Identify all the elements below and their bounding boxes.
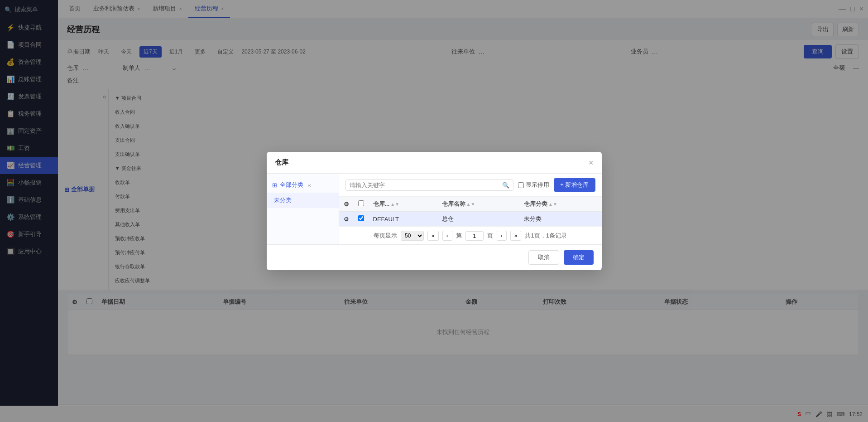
modal-pagination: 每页显示 50 100 « ‹ 第 页 › » 共1页，1条记录 xyxy=(339,227,602,244)
modal-sidebar: ⊞ 全部分类 « 未分类 xyxy=(267,174,339,244)
modal-table-header: ⚙ 仓库...▲▼ 仓库名称▲▼ 仓库分类▲▼ xyxy=(339,197,602,212)
modal-table-row[interactable]: ⚙ DEFAULT 总仓 未分类 xyxy=(339,212,602,227)
add-warehouse-button[interactable]: + 新增仓库 xyxy=(554,178,595,192)
modal-search-icon[interactable]: 🔍 xyxy=(502,182,509,189)
row-name: 总仓 xyxy=(437,212,519,227)
modal-prev-btn[interactable]: ‹ xyxy=(442,231,452,241)
modal-select-all[interactable] xyxy=(358,200,364,206)
grid-icon-modal: ⊞ xyxy=(272,182,277,189)
row-settings[interactable]: ⚙ xyxy=(339,212,354,227)
modal-warehouse-table: ⚙ 仓库...▲▼ 仓库名称▲▼ 仓库分类▲▼ xyxy=(339,197,602,227)
modal-page-input[interactable] xyxy=(465,231,484,241)
modal-sidebar-collapse[interactable]: « xyxy=(306,182,313,189)
show-disabled-checkbox[interactable] xyxy=(518,182,524,188)
modal-sidebar-item-uncategorized[interactable]: 未分类 xyxy=(267,193,339,208)
modal-overlay: 仓库 × ⊞ 全部分类 « 未分类 🔍 xyxy=(0,0,868,422)
row-check[interactable] xyxy=(354,212,369,227)
show-disabled-label[interactable]: 显示停用 xyxy=(518,181,549,189)
modal-last-btn[interactable]: » xyxy=(510,231,522,241)
modal-th-settings: ⚙ xyxy=(339,197,354,212)
modal-close-button[interactable]: × xyxy=(589,159,594,167)
modal-search-input[interactable] xyxy=(350,182,500,189)
row-code: DEFAULT xyxy=(369,212,437,227)
modal-total-records: 共1页，1条记录 xyxy=(525,232,566,240)
modal-sidebar-all-label: 全部分类 xyxy=(280,181,303,189)
confirm-button[interactable]: 确定 xyxy=(564,250,594,265)
modal-footer: 取消 确定 xyxy=(267,244,602,270)
modal-title: 仓库 xyxy=(275,158,288,167)
row-category: 未分类 xyxy=(519,212,601,227)
show-disabled-text: 显示停用 xyxy=(526,181,549,189)
modal-toolbar: 🔍 显示停用 + 新增仓库 xyxy=(339,174,602,197)
modal-page-unit: 页 xyxy=(487,232,493,240)
modal-header: 仓库 × xyxy=(267,152,602,174)
modal-next-btn[interactable]: › xyxy=(497,231,507,241)
modal-right-content: 🔍 显示停用 + 新增仓库 ⚙ xyxy=(339,174,602,244)
modal-body: ⊞ 全部分类 « 未分类 🔍 显示停用 xyxy=(267,174,602,244)
modal-first-btn[interactable]: « xyxy=(427,231,439,241)
modal-search-box[interactable]: 🔍 xyxy=(345,179,514,191)
modal-th-check xyxy=(354,197,369,212)
warehouse-modal: 仓库 × ⊞ 全部分类 « 未分类 🔍 xyxy=(267,152,602,270)
row-checkbox[interactable] xyxy=(358,215,364,221)
modal-per-page-select[interactable]: 50 100 xyxy=(401,231,424,241)
modal-th-code: 仓库...▲▼ xyxy=(369,197,437,212)
cancel-button[interactable]: 取消 xyxy=(528,250,559,265)
modal-sidebar-all[interactable]: ⊞ 全部分类 « xyxy=(267,177,339,193)
modal-th-name: 仓库名称▲▼ xyxy=(437,197,519,212)
modal-per-page-label: 每页显示 xyxy=(374,232,397,240)
modal-table-container: ⚙ 仓库...▲▼ 仓库名称▲▼ 仓库分类▲▼ xyxy=(339,197,602,227)
modal-th-category: 仓库分类▲▼ xyxy=(519,197,601,212)
modal-page-label: 第 xyxy=(456,232,462,240)
